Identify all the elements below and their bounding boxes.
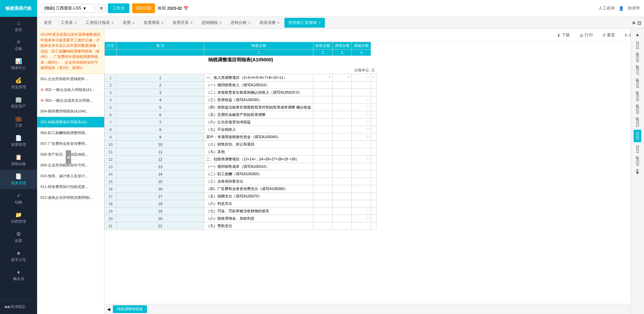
nav-tab-工资统计报表[interactable]: 工资统计报表✕: [82, 18, 118, 28]
tab-close-icon[interactable]: ✕: [132, 21, 135, 25]
data-cell-4[interactable]: [371, 111, 377, 119]
data-cell-2[interactable]: [333, 170, 352, 178]
year-item-2022年[interactable]: 2022年: [634, 130, 641, 142]
old-version-button[interactable]: 切到旧版: [132, 3, 155, 13]
data-cell-1[interactable]: [313, 133, 333, 141]
year-item-2015年[interactable]: 2015年: [634, 39, 641, 51]
tab-close-icon[interactable]: ✕: [277, 21, 280, 25]
sidebar-item-assets[interactable]: 💰资金管理: [0, 74, 37, 93]
data-cell-2[interactable]: [333, 185, 352, 193]
data-cell-4[interactable]: [371, 133, 377, 141]
data-cell-3[interactable]: *: [352, 96, 371, 104]
menu-item-001[interactable]: 001-企业所得税年度纳税申...: [37, 74, 104, 85]
data-cell-1[interactable]: [313, 89, 333, 96]
nav-tab-进销台账[interactable]: 进销台账✕: [226, 18, 255, 28]
data-cell-4[interactable]: [371, 148, 377, 156]
nav-tab-首页[interactable]: 首页: [40, 18, 56, 28]
sheet-tab-main[interactable]: 纳税调整明细表: [113, 305, 147, 313]
data-cell-4[interactable]: [371, 185, 377, 193]
data-cell-4[interactable]: [371, 163, 377, 170]
print-button[interactable]: 🖨 打印: [577, 31, 595, 39]
data-cell-1[interactable]: [313, 119, 333, 126]
menu-item-012[interactable]: 012-减免企业所得税优惠明细(...: [37, 192, 104, 203]
data-cell-1[interactable]: [313, 156, 333, 163]
year-item-2021年[interactable]: 2021年: [634, 117, 641, 129]
reset-button[interactable]: ↺ 重置: [600, 31, 618, 39]
menu-item-011[interactable]: 011-研发费用加计扣除优惠...: [37, 182, 104, 192]
data-cell-3[interactable]: *: [352, 111, 371, 119]
data-cell-2[interactable]: [333, 96, 352, 104]
nav-tab-所得税汇算缴纳[interactable]: 所得税汇算缴纳✕: [284, 18, 325, 28]
data-cell-4[interactable]: [371, 82, 377, 89]
menu-item-005[interactable]: 005-纳税调整项目明细表(A1...: [37, 117, 104, 128]
data-cell-4[interactable]: [371, 215, 377, 222]
data-cell-1[interactable]: [313, 104, 333, 111]
data-cell-3[interactable]: *: [352, 104, 371, 111]
data-cell-1[interactable]: [313, 222, 333, 230]
data-cell-1[interactable]: [313, 111, 333, 119]
data-cell-3[interactable]: *: [352, 74, 371, 82]
data-cell-2[interactable]: *: [333, 74, 352, 82]
data-cell-4[interactable]: [371, 156, 377, 163]
data-cell-3[interactable]: *: [352, 208, 371, 215]
data-cell-4[interactable]: [371, 178, 377, 185]
nav-tab-进销稽核[interactable]: 进销稽核✕: [197, 18, 226, 28]
data-cell-3[interactable]: [352, 170, 371, 178]
data-cell-3[interactable]: [352, 222, 371, 230]
tab-close-icon[interactable]: ✕: [190, 21, 193, 25]
data-cell-1[interactable]: [313, 185, 333, 193]
tab-close-icon[interactable]: ✕: [219, 21, 222, 25]
data-cell-4[interactable]: [371, 222, 377, 230]
workbench-button[interactable]: 工作台: [108, 3, 129, 13]
data-cell-1[interactable]: [313, 208, 333, 215]
data-cell-4[interactable]: [371, 208, 377, 215]
data-cell-2[interactable]: [333, 133, 352, 141]
data-cell-3[interactable]: *: [352, 126, 371, 133]
data-cell-2[interactable]: [333, 163, 352, 170]
data-cell-3[interactable]: [352, 163, 371, 170]
data-cell-4[interactable]: [371, 200, 377, 208]
data-cell-4[interactable]: [371, 170, 377, 178]
sidebar-item-settle[interactable]: ✓结账: [0, 189, 37, 208]
menu-item-010[interactable]: 010-免税、减计收入及加计...: [37, 171, 104, 182]
year-item-2020年[interactable]: 2020年: [634, 104, 641, 116]
year-item-2017年[interactable]: 2017年: [634, 65, 641, 77]
data-cell-4[interactable]: [371, 104, 377, 111]
data-cell-3[interactable]: *: [352, 119, 371, 126]
data-cell-1[interactable]: [313, 148, 333, 156]
data-cell-2[interactable]: [333, 193, 352, 200]
data-cell-2[interactable]: [333, 89, 352, 96]
data-cell-4[interactable]: [371, 126, 377, 133]
data-cell-3[interactable]: [352, 89, 371, 96]
sidebar-item-member[interactable]: ♦畅会员: [0, 266, 37, 285]
collapse-panel-button[interactable]: ◀: [66, 150, 71, 164]
tab-close-icon[interactable]: ✕: [74, 21, 77, 25]
sidebar-item-home[interactable]: ⌂首页: [0, 17, 37, 36]
data-cell-2[interactable]: [333, 156, 352, 163]
nav-tab-发票[interactable]: 发票✕: [119, 18, 139, 28]
data-cell-4[interactable]: [371, 193, 377, 200]
data-cell-1[interactable]: [313, 82, 333, 89]
data-cell-1[interactable]: [313, 126, 333, 133]
menu-item-002[interactable]: ⊗002-一般企业收入明细表(A1...: [37, 85, 104, 95]
scroll-left-icon[interactable]: ◀: [107, 307, 110, 312]
year-scroll-up[interactable]: ▲: [634, 30, 641, 38]
year-item-2016年[interactable]: 2016年: [634, 52, 641, 64]
year-item-2024年[interactable]: 2024年: [634, 156, 641, 168]
menu-item-006[interactable]: 006-职工薪酬纳税调整明细...: [37, 128, 104, 138]
sidebar-item-settings[interactable]: ⚙设置: [0, 227, 37, 247]
calendar-icon[interactable]: 📅: [183, 6, 188, 11]
data-cell-4[interactable]: [371, 89, 377, 96]
data-cell-1[interactable]: [313, 178, 333, 185]
sidebar-item-ledger[interactable]: ≡总账: [0, 36, 37, 55]
data-cell-1[interactable]: [313, 96, 333, 104]
data-cell-2[interactable]: [333, 126, 352, 133]
copy-icon[interactable]: ⧉: [98, 4, 105, 12]
tab-close-icon[interactable]: ✕: [248, 21, 251, 25]
nav-tab-税表清册[interactable]: 税表清册✕: [255, 18, 284, 28]
year-item-2023年[interactable]: 2023年: [634, 143, 641, 155]
spreadsheet-area[interactable]: 纳税调整项目明细表(A105000)全额单位: 元行次项 目账载全额税收全额调增…: [104, 42, 631, 304]
data-cell-3[interactable]: [352, 185, 371, 193]
data-cell-4[interactable]: [371, 141, 377, 148]
year-item-2018年[interactable]: 2018年: [634, 78, 641, 90]
